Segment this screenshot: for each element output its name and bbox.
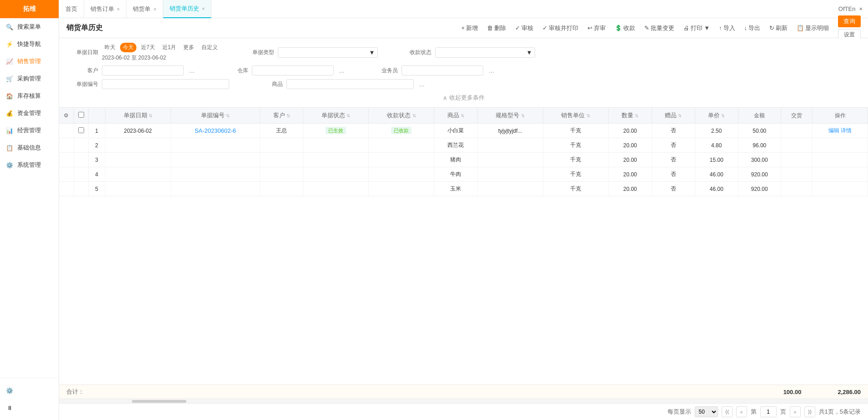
column-docnum[interactable]: 单据编号 ⇅ xyxy=(171,108,260,124)
date-tag-7days[interactable]: 近7天 xyxy=(138,43,158,52)
page-label: 第 xyxy=(751,408,757,416)
sidebar-item-search-menu[interactable]: 🔍 搜索菜单 xyxy=(0,18,59,35)
salesperson-input[interactable] xyxy=(401,65,483,75)
table-cell: 4 xyxy=(88,167,105,182)
column-unit[interactable]: 销售单位 ⇅ xyxy=(543,108,608,124)
new-button[interactable]: + 新增 xyxy=(458,22,482,34)
date-tag-1month[interactable]: 近1月 xyxy=(160,43,179,52)
table-cell: 王总 xyxy=(260,124,303,138)
sidebar-item-sales-mgmt[interactable]: 📈 销售管理 xyxy=(0,53,59,70)
table-cell: 否 xyxy=(652,167,695,182)
tab-home[interactable]: 首页 xyxy=(59,0,84,18)
salesperson-ellipsis[interactable]: ... xyxy=(489,67,494,74)
collapse-up-icon: ∧ xyxy=(443,95,447,101)
date-tag-more[interactable]: 更多 xyxy=(181,43,197,52)
warehouse-input[interactable] xyxy=(252,65,334,75)
sort-icon-customer: ⇅ xyxy=(286,113,290,118)
audit-print-button[interactable]: ✓ 审核并打印 xyxy=(539,22,582,34)
sidebar-item-label: 经营管理 xyxy=(17,126,41,135)
check-icon: ✓ xyxy=(515,25,520,31)
doc-num-input[interactable] xyxy=(102,79,229,89)
date-tags-row: 昨天 今天 近7天 近1月 更多 自定义 xyxy=(102,43,221,52)
abandon-button[interactable]: ↩ 弃审 xyxy=(584,22,609,34)
import-button[interactable]: ↑ 导入 xyxy=(715,22,739,34)
table-cell xyxy=(171,182,260,196)
sidebar-item-finance[interactable]: 💰 资金管理 xyxy=(0,105,59,122)
date-tag-today[interactable]: 今天 xyxy=(120,43,136,52)
tab-sales-history[interactable]: 销货单历史 × xyxy=(163,0,211,18)
column-goods[interactable]: 商品 ⇅ xyxy=(434,108,477,124)
goods-ellipsis[interactable]: ... xyxy=(419,80,425,88)
detail-action[interactable]: 详情 xyxy=(841,127,852,134)
doc-num-link[interactable]: SA-20230602-6 xyxy=(195,127,236,134)
tab-sales-order[interactable]: 销售订单 × xyxy=(84,0,126,18)
filter-row-1: 单据日期 昨天 今天 近7天 近1月 更多 自定义 2023-06-02 至 2… xyxy=(66,43,861,62)
show-details-button[interactable]: 📋 显示明细 xyxy=(793,22,833,34)
date-tag-yesterday[interactable]: 昨天 xyxy=(102,43,118,52)
column-gift[interactable]: 赠品 ⇅ xyxy=(652,108,695,124)
sidebar-item-quick-nav[interactable]: ⚡ 快捷导航 xyxy=(0,35,59,53)
first-page-button[interactable]: ⟨⟨ xyxy=(722,406,733,417)
column-spec[interactable]: 规格型号 ⇅ xyxy=(477,108,543,124)
collapse-label: 收起更多条件 xyxy=(449,94,485,102)
payment-select[interactable]: ▼ xyxy=(435,47,535,58)
table-cell: tyjyjtyjdf... xyxy=(477,124,543,138)
print-button[interactable]: 🖨 打印 ▼ xyxy=(680,22,713,34)
horizontal-scrollbar[interactable] xyxy=(59,399,868,403)
bar-chart-icon: 📊 xyxy=(5,126,14,135)
sidebar-item-purchase-mgmt[interactable]: 🛒 采购管理 xyxy=(0,70,59,87)
page-input[interactable] xyxy=(760,406,777,417)
prev-page-button[interactable]: ＜ xyxy=(736,406,747,417)
scroll-thumb[interactable] xyxy=(132,400,186,403)
export-button[interactable]: ↓ 导出 xyxy=(741,22,764,34)
collect-button[interactable]: 💲 收款 xyxy=(611,22,639,34)
per-page-label: 每页显示 xyxy=(667,408,691,416)
sidebar-settings-bottom[interactable]: ⚙️ xyxy=(0,382,59,399)
sidebar-item-label: 系统管理 xyxy=(17,161,41,169)
column-customer[interactable]: 客户 ⇅ xyxy=(260,108,303,124)
print-button-label: 打印 xyxy=(691,24,702,32)
column-qty[interactable]: 数量 ⇅ xyxy=(608,108,652,124)
sidebar-item-inventory[interactable]: 🏠 库存核算 xyxy=(0,87,59,105)
batch-change-button[interactable]: ✎ 批量变更 xyxy=(641,22,678,34)
column-price[interactable]: 单价 ⇅ xyxy=(695,108,738,124)
customer-ellipsis[interactable]: ... xyxy=(189,67,195,74)
topbar-close-btn[interactable]: × xyxy=(859,5,863,12)
audit-button[interactable]: ✓ 审核 xyxy=(512,22,537,34)
type-select[interactable]: ▼ xyxy=(278,47,378,58)
edit-action[interactable]: 编辑 xyxy=(828,127,839,134)
query-button[interactable]: 查询 xyxy=(838,15,861,27)
refresh-button[interactable]: ↻ 刷新 xyxy=(766,22,791,34)
tab-sales-goods-close[interactable]: × xyxy=(153,6,156,12)
tab-sales-goods[interactable]: 销货单 × xyxy=(126,0,163,18)
per-page-select[interactable]: 50 20 100 xyxy=(695,406,718,417)
goods-input[interactable] xyxy=(286,79,414,89)
sidebar-item-system-mgmt[interactable]: ⚙️ 系统管理 xyxy=(0,156,59,174)
last-page-button[interactable]: ⟩⟩ xyxy=(804,406,815,417)
table-cell: 否 xyxy=(652,182,695,196)
table-row: 4牛肉千克20.00否46.00920.00 xyxy=(59,167,868,182)
table-cell xyxy=(477,182,543,196)
warehouse-ellipsis[interactable]: ... xyxy=(339,67,345,74)
tab-sales-history-close[interactable]: × xyxy=(202,6,205,11)
date-tag-custom[interactable]: 自定义 xyxy=(199,43,221,52)
sidebar-pause[interactable]: ⏸ xyxy=(0,399,59,416)
sidebar-item-basic-info[interactable]: 📋 基础信息 xyxy=(0,139,59,156)
delete-button[interactable]: 🗑 删除 xyxy=(483,22,510,34)
column-gear[interactable]: ⚙ xyxy=(59,108,74,124)
column-checkbox[interactable] xyxy=(74,108,88,124)
row-checkbox[interactable] xyxy=(78,127,84,133)
column-paystatus[interactable]: 收款状态 ⇅ xyxy=(369,108,434,124)
select-all-checkbox[interactable] xyxy=(78,112,84,118)
page-title: 销货单历史 xyxy=(66,23,103,33)
column-date[interactable]: 单据日期 ⇅ xyxy=(105,108,171,124)
audit-button-label: 审核 xyxy=(522,24,533,32)
customer-input[interactable] xyxy=(102,65,184,75)
column-docstatus[interactable]: 单据状态 ⇅ xyxy=(303,108,369,124)
collapse-button[interactable]: ∧ 收起更多条件 xyxy=(439,93,488,103)
next-page-button[interactable]: ＞ xyxy=(790,406,801,417)
sidebar-item-operations[interactable]: 📊 经营管理 xyxy=(0,122,59,139)
table-cell xyxy=(171,138,260,153)
tab-sales-order-close[interactable]: × xyxy=(117,6,120,12)
pay-status-badge: 已收款 xyxy=(391,127,411,134)
